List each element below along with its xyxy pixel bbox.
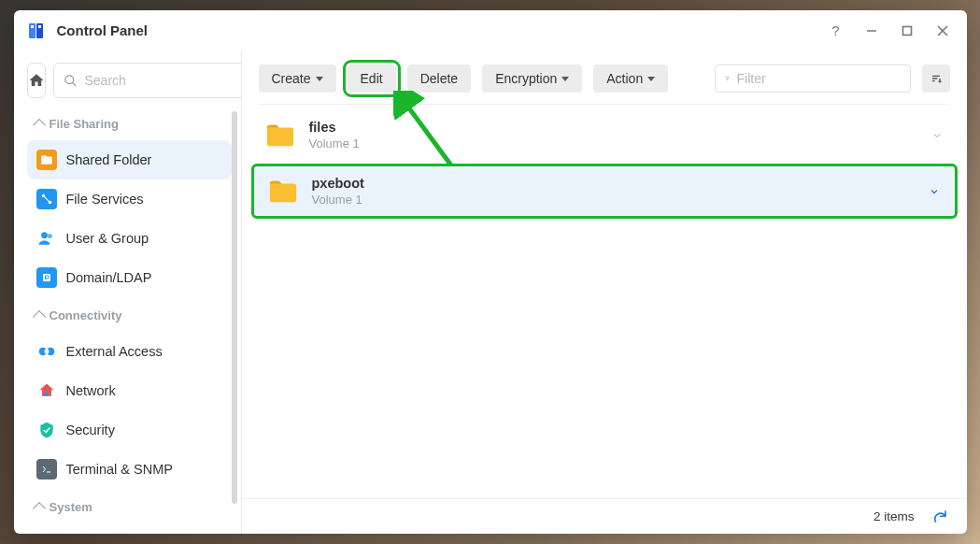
sidebar-item-file-services[interactable]: File Services [27,179,232,219]
sidebar-item-terminal-snmp[interactable]: Terminal & SNMP [27,450,232,489]
close-button[interactable] [930,18,956,44]
sidebar-item-network[interactable]: Network [27,371,232,410]
filter-input[interactable] [737,71,901,86]
sidebar-item-shared-folder[interactable]: Shared Folder [27,140,232,179]
scrollbar[interactable] [232,111,237,504]
sidebar-item-label: Shared Folder [66,152,152,167]
network-icon [36,380,57,401]
sidebar-search[interactable] [53,63,242,98]
caret-down-icon [647,77,655,81]
delete-button[interactable]: Delete [407,64,471,93]
sidebar: File Sharing Shared Folder File Services… [14,51,242,534]
folder-list: files Volume 1 pxeboot Volume 1 [242,105,967,498]
minimize-button[interactable] [859,18,885,44]
svg-line-9 [72,82,76,86]
sidebar-item-label: Network [66,383,116,398]
chevron-down-icon[interactable] [927,184,942,199]
caret-down-icon [561,77,569,81]
file-services-icon [36,189,57,209]
window-title: Control Panel [57,22,149,38]
folder-row-files[interactable]: files Volume 1 [251,110,958,160]
folder-icon [264,122,296,150]
folder-name: pxeboot [312,176,914,191]
refresh-button[interactable] [930,507,950,527]
section-connectivity[interactable]: Connectivity [27,303,232,328]
edit-button[interactable]: Edit [348,64,396,93]
external-access-icon [36,341,57,362]
sidebar-item-label: Terminal & SNMP [66,462,173,477]
sidebar-search-input[interactable] [85,73,242,88]
user-group-icon [36,228,57,249]
create-button[interactable]: Create [259,64,336,93]
chevron-up-icon [32,502,45,515]
security-icon [36,420,57,440]
chevron-up-icon [32,119,45,132]
folder-volume: Volume 1 [312,193,914,207]
funnel-icon [725,72,730,85]
section-system[interactable]: System [27,494,232,520]
section-label: File Sharing [50,117,119,131]
sidebar-item-label: User & Group [66,231,149,246]
chevron-down-icon[interactable] [930,128,944,143]
sidebar-item-domain-ldap[interactable]: Domain/LDAP [27,258,232,297]
encryption-button[interactable]: Encryption [482,64,582,93]
toolbar: Create Edit Delete Encryption Action [242,51,967,104]
items-count: 2 items [873,509,915,523]
svg-rect-18 [45,393,48,396]
sort-button[interactable] [922,64,950,93]
folder-row-pxeboot[interactable]: pxeboot Volume 1 [251,164,958,219]
svg-point-13 [47,234,51,238]
app-icon [25,20,48,42]
chevron-up-icon [32,310,45,323]
filter[interactable] [715,64,911,93]
svg-point-12 [41,232,48,238]
help-button[interactable]: ? [823,18,849,44]
terminal-icon [36,459,57,480]
sidebar-item-label: Security [66,422,115,437]
home-button[interactable] [27,63,46,98]
section-label: System [50,500,92,514]
shared-folder-icon [36,150,57,170]
svg-rect-5 [902,26,911,35]
sidebar-item-label: File Services [66,192,144,207]
svg-point-8 [64,75,73,83]
sidebar-item-user-group[interactable]: User & Group [27,219,232,258]
domain-ldap-icon [36,267,57,288]
search-icon [64,74,78,88]
caret-down-icon [316,77,323,81]
footer: 2 items [242,498,967,534]
svg-rect-3 [38,25,41,28]
folder-volume: Volume 1 [309,136,916,150]
main-content: Create Edit Delete Encryption Action [242,51,967,534]
folder-icon [267,178,299,206]
section-file-sharing[interactable]: File Sharing [27,111,232,136]
svg-point-17 [44,350,49,354]
sidebar-item-external-access[interactable]: External Access [27,332,232,371]
sidebar-item-label: Domain/LDAP [66,270,152,285]
sidebar-item-label: External Access [66,344,163,359]
section-label: Connectivity [50,308,122,322]
sidebar-item-security[interactable]: Security [27,410,232,450]
action-button[interactable]: Action [593,64,668,93]
svg-rect-2 [31,25,34,28]
maximize-button[interactable] [894,18,920,44]
folder-name: files [309,120,916,135]
